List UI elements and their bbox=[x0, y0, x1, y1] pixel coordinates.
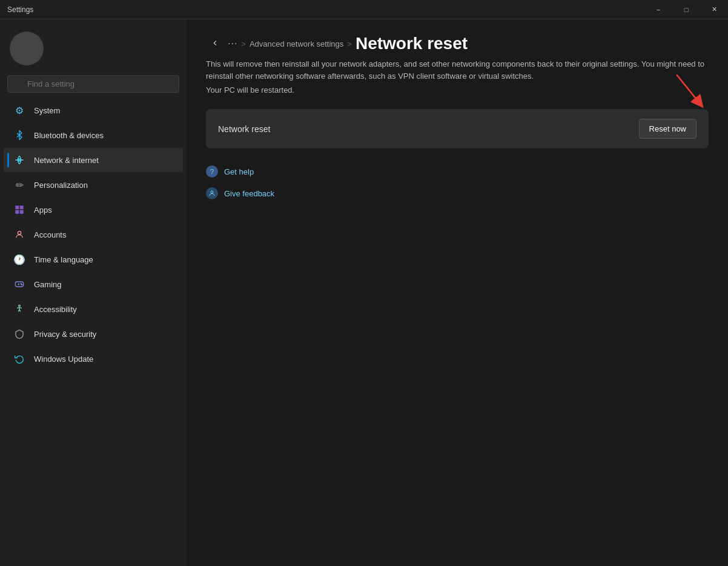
svg-rect-1 bbox=[15, 205, 19, 209]
sidebar-item-gaming[interactable]: Gaming bbox=[4, 272, 183, 296]
sidebar-item-label: Apps bbox=[34, 205, 52, 215]
sidebar-item-network[interactable]: Network & internet bbox=[4, 148, 183, 172]
get-help-text: Get help bbox=[224, 167, 254, 176]
accounts-icon bbox=[13, 228, 25, 241]
sidebar-item-system[interactable]: ⚙ System bbox=[4, 98, 183, 122]
sidebar-item-label: Gaming bbox=[34, 280, 62, 289]
content-area: ··· > Advanced network settings > Networ… bbox=[187, 19, 728, 566]
apps-icon bbox=[13, 204, 25, 216]
sidebar-item-personalization[interactable]: ✏ Personalization bbox=[4, 173, 183, 197]
breadcrumb-sep2: > bbox=[347, 39, 352, 48]
user-profile bbox=[0, 27, 187, 75]
sidebar-item-accounts[interactable]: Accounts bbox=[4, 222, 183, 247]
sidebar-item-privacy[interactable]: Privacy & security bbox=[4, 322, 183, 346]
give-feedback-icon bbox=[206, 187, 218, 199]
privacy-icon bbox=[13, 328, 25, 340]
nav-items: ⚙ System Bluetooth & devices Network & i… bbox=[0, 98, 187, 559]
sidebar-item-update[interactable]: Windows Update bbox=[4, 347, 183, 371]
update-icon bbox=[13, 353, 25, 365]
sidebar-item-label: Accessibility bbox=[34, 305, 77, 314]
description-text: This will remove then reinstall all your… bbox=[206, 58, 709, 82]
restart-notice: Your PC will be restarted. bbox=[206, 85, 709, 95]
close-button[interactable]: ✕ bbox=[700, 0, 728, 19]
svg-point-14 bbox=[211, 191, 213, 193]
maximize-button[interactable]: □ bbox=[672, 0, 700, 19]
system-icon: ⚙ bbox=[13, 104, 25, 116]
sidebar-item-apps[interactable]: Apps bbox=[4, 198, 183, 222]
breadcrumb: ··· > Advanced network settings > Networ… bbox=[206, 34, 709, 53]
accessibility-icon bbox=[13, 303, 25, 315]
get-help-icon: ? bbox=[206, 165, 218, 178]
time-icon: 🕐 bbox=[13, 253, 25, 265]
reset-card-container: Network reset Reset now bbox=[206, 109, 709, 148]
sidebar-item-label: Bluetooth & devices bbox=[34, 131, 104, 140]
breadcrumb-current: Network reset bbox=[356, 34, 468, 53]
search-container: 🔍 bbox=[0, 75, 187, 98]
network-icon bbox=[13, 154, 25, 166]
titlebar: Settings − □ ✕ bbox=[0, 0, 728, 19]
sidebar-item-label: Time & language bbox=[34, 255, 93, 264]
back-button[interactable] bbox=[206, 36, 224, 52]
sidebar-item-label: Privacy & security bbox=[34, 330, 96, 339]
svg-rect-4 bbox=[20, 210, 24, 214]
window-controls: − □ ✕ bbox=[644, 0, 728, 19]
sidebar-item-label: Personalization bbox=[34, 181, 88, 190]
search-wrapper: 🔍 bbox=[7, 75, 179, 93]
get-help-link[interactable]: ? Get help bbox=[206, 163, 709, 180]
sidebar-item-label: Accounts bbox=[34, 230, 66, 239]
breadcrumb-dots[interactable]: ··· bbox=[228, 38, 237, 49]
sidebar-item-label: Windows Update bbox=[34, 355, 93, 364]
app-title: Settings bbox=[7, 5, 33, 14]
reset-card-label: Network reset bbox=[218, 124, 270, 134]
search-input[interactable] bbox=[7, 75, 179, 93]
reset-now-button[interactable]: Reset now bbox=[639, 119, 697, 139]
sidebar-item-label: System bbox=[34, 106, 60, 115]
sidebar-item-time[interactable]: 🕐 Time & language bbox=[4, 247, 183, 271]
breadcrumb-sep1: > bbox=[241, 39, 246, 48]
svg-point-10 bbox=[21, 284, 22, 285]
personalization-icon: ✏ bbox=[13, 179, 25, 191]
help-links: ? Get help Give feedback bbox=[206, 163, 709, 202]
svg-rect-3 bbox=[15, 210, 19, 214]
give-feedback-link[interactable]: Give feedback bbox=[206, 185, 709, 202]
sidebar-item-label: Network & internet bbox=[34, 156, 99, 165]
svg-point-5 bbox=[18, 231, 21, 235]
app-container: 🔍 ⚙ System Bluetooth & devices Network &… bbox=[0, 19, 728, 566]
bluetooth-icon bbox=[13, 129, 25, 141]
breadcrumb-parent[interactable]: Advanced network settings bbox=[250, 39, 343, 48]
svg-point-11 bbox=[19, 305, 21, 307]
gaming-icon bbox=[13, 278, 25, 290]
sidebar: 🔍 ⚙ System Bluetooth & devices Network &… bbox=[0, 19, 187, 566]
sidebar-item-bluetooth[interactable]: Bluetooth & devices bbox=[4, 123, 183, 147]
svg-rect-2 bbox=[20, 205, 24, 209]
sidebar-item-accessibility[interactable]: Accessibility bbox=[4, 297, 183, 321]
network-reset-card: Network reset Reset now bbox=[206, 109, 709, 148]
avatar bbox=[10, 32, 44, 65]
give-feedback-text: Give feedback bbox=[224, 189, 274, 198]
minimize-button[interactable]: − bbox=[644, 0, 672, 19]
